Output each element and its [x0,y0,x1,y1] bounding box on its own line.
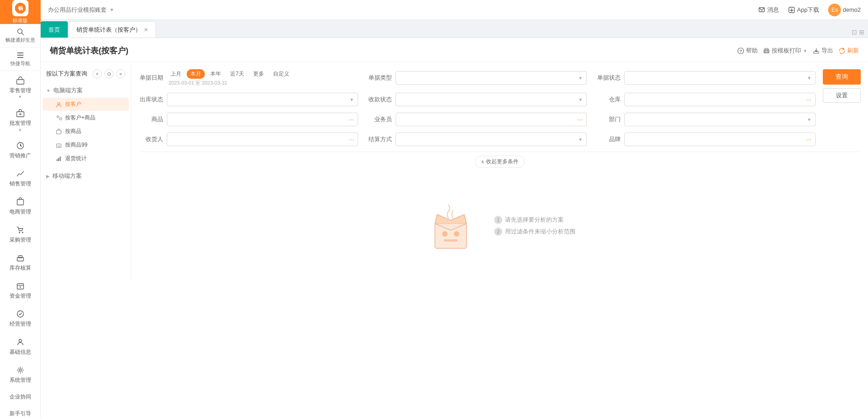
export-btn[interactable]: 导出 [813,47,833,55]
logo: 畅 标准版 [0,0,41,24]
dropdown-arrow[interactable]: ▾ [110,6,113,13]
svg-line-3 [22,33,24,35]
tab-close-icon[interactable]: ✕ [144,27,148,33]
date-tab-this-month[interactable]: 本月 [187,69,205,79]
scheme-by-product[interactable]: 按商品 [42,125,129,138]
sidebar-item-enterprise[interactable]: 企业协同 [0,389,41,405]
add-scheme-btn[interactable]: + [93,69,102,78]
sidebar-item-sales[interactable]: 销售管理 [0,164,41,192]
brand-select[interactable]: ··· [624,133,816,146]
date-tab-more[interactable]: 更多 [250,69,268,79]
svg-rect-29 [765,48,768,50]
mobile-group: ▶ 移动端方案 [41,167,131,185]
page-header: 销货单统计表(按客户) ? 帮助 按模板打印 ▼ 导出 刷新 [41,38,868,62]
product-label: 商品 [138,115,163,124]
user-profile-btn[interactable]: Ea demo2 [828,4,861,16]
date-control: 上月 本月 本年 近7天 更多 自定义 2023-03-01 至 2023-03… [167,69,358,86]
settings-scheme-btn[interactable]: ⊙ [104,69,113,78]
operation-icon [15,309,25,319]
recipient-dots: ··· [349,136,354,143]
filters-container: 单据日期 上月 本月 本年 近7天 更多 自定义 [131,62,823,150]
main-area: 办公用品行业模拟账套 ▾ 消息 App下载 Ea demo2 首页 [41,0,868,418]
date-tabs: 上月 本月 本年 近7天 更多 自定义 [167,69,358,79]
settlement-select[interactable]: ▼ [396,133,587,146]
svg-rect-36 [57,130,61,134]
salesperson-select[interactable]: ··· [396,113,587,126]
salesperson-label: 业务员 [367,115,392,124]
product-select[interactable]: ··· [167,113,358,126]
collapse-panel-btn[interactable]: « [116,69,125,78]
date-tab-last-7[interactable]: 近7天 [226,69,248,79]
message-btn[interactable]: 消息 [758,6,779,14]
chart-icon [55,155,62,162]
filter-brand: 品牌 ··· [596,133,816,146]
search-menu-item[interactable]: 畅捷通好生意 [0,24,41,48]
quick-nav-item[interactable]: 快捷导航 [0,48,41,71]
scheme-by-product-99[interactable]: 99 按商品99 [42,138,129,152]
ecommerce-icon [15,197,25,207]
filter-layout: 单据日期 上月 本月 本年 近7天 更多 自定义 [131,62,868,150]
recipient-select[interactable]: ··· [167,133,358,146]
sidebar-item-system[interactable]: 系统管理 [0,361,41,389]
hint-2-text: 用过滤条件来缩小分析范围 [505,228,576,236]
svg-rect-41 [60,157,61,161]
scheme-return-stat-label: 退货统计 [65,155,87,162]
sidebar-item-ecommerce[interactable]: 电商管理 [0,192,41,220]
collapse-btn[interactable]: ∧ 收起更多条件 [475,156,524,168]
svg-rect-40 [58,158,60,161]
settings-btn[interactable]: 设置 [823,88,861,103]
sidebar-item-newbie[interactable]: 新手引导 [0,405,41,418]
scheme-by-customer[interactable]: 按客户 [42,98,129,111]
wholesale-arrow: ▲ [18,127,22,132]
desktop-group-header[interactable]: ▼ 电脑端方案 [41,84,131,97]
top-bar: 办公用品行业模拟账套 ▾ 消息 App下载 Ea demo2 [41,0,868,20]
sidebar-item-wholesale[interactable]: 批发管理 ▲ [0,104,41,136]
operation-label: 经营管理 [9,320,31,328]
print-btn[interactable]: 按模板打印 ▼ [763,47,807,55]
retail-label: 零售管理 [9,87,31,95]
system-label: 系统管理 [9,376,31,384]
date-tab-custom[interactable]: 自定义 [269,69,293,79]
sidebar-item-finance[interactable]: ¥ 资金管理 [0,276,41,304]
warehouse-select[interactable]: ··· [624,93,816,106]
svg-text:畅: 畅 [18,5,23,11]
tab-home[interactable]: 首页 [41,21,68,38]
app-download-btn[interactable]: App下载 [788,6,819,14]
marketing-icon [15,141,25,151]
print-dropdown-arrow[interactable]: ▼ [803,48,807,53]
svg-rect-12 [17,200,24,205]
scheme-by-customer-product[interactable]: 按客户+商品 [42,111,129,124]
sidebar-item-operation[interactable]: 经营管理 [0,304,41,332]
sidebar-item-inventory[interactable]: 库存核算 [0,248,41,276]
collection-status-select[interactable]: ▼ [396,93,587,106]
out-status-select[interactable]: ▼ [167,93,358,106]
date-tab-this-year[interactable]: 本年 [207,69,225,79]
hint-1: 1 请先选择要分析的方案 [494,216,576,224]
sidebar-item-purchase[interactable]: 采购管理 [0,220,41,248]
empty-state: 1 请先选择要分析的方案 2 用过滤条件来缩小分析范围 [131,171,868,280]
app-download-label: App下载 [797,6,819,14]
tab-restore-icon[interactable]: ⊡ [852,28,857,36]
refresh-btn[interactable]: 刷新 [839,47,859,55]
mobile-group-header[interactable]: ▶ 移动端方案 [41,169,131,183]
tab-sales-stat[interactable]: 销货单统计表（按客户） ✕ [69,21,156,38]
top-bar-left: 办公用品行业模拟账套 ▾ [48,6,113,14]
filter-date: 单据日期 上月 本月 本年 近7天 更多 自定义 [138,69,358,86]
brand-label: 品牌 [596,135,621,143]
help-btn[interactable]: ? 帮助 [737,47,758,55]
sidebar-item-retail[interactable]: 零售管理 ▼ [0,71,41,104]
chevron-down-icon: ▼ [46,88,51,93]
date-tab-last-month[interactable]: 上月 [167,69,185,79]
query-btn[interactable]: 查询 [823,69,861,85]
svg-point-14 [22,232,23,233]
dept-select[interactable]: ▼ [624,113,816,126]
person-product-icon [55,114,62,122]
doc-status-select[interactable]: ▼ [624,71,816,85]
scheme-return-stat[interactable]: 退货统计 [42,152,129,165]
doc-type-select[interactable]: ▼ [396,71,587,85]
tab-maximize-icon[interactable]: ⊞ [859,28,864,36]
sidebar-item-basic[interactable]: 基础信息 [0,332,41,361]
scheme-by-customer-label: 按客户 [65,100,81,108]
sidebar-item-marketing[interactable]: 营销推广 [0,136,41,164]
product-name: 办公用品行业模拟账套 [48,6,107,14]
